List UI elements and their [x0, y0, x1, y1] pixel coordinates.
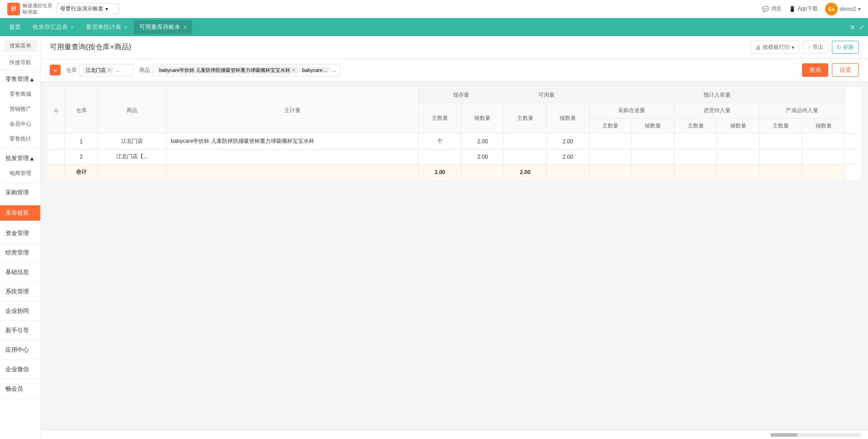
sidebar-item-finance-mgmt[interactable]: 资金管理: [0, 226, 40, 241]
cell-product: babycare学饮杯 儿童防摔防撞吸管杯重力球吸嘴杯宝宝水杯: [166, 134, 419, 149]
cell-available-main: 2.00: [547, 149, 589, 165]
tab-close-icon[interactable]: ✕: [183, 25, 187, 30]
summary-production-main: [760, 165, 802, 180]
summary-available-aux: [547, 165, 589, 180]
message-btn[interactable]: 💬 消息: [762, 5, 782, 13]
chevron-down-icon: ▾: [105, 6, 108, 12]
cell-gear: [48, 134, 65, 149]
col-product-header: 商品: [98, 88, 166, 134]
page-title: 可用量查询(按仓库+商品): [50, 42, 131, 52]
sidebar-section-basic-info: 基础信息: [0, 263, 40, 282]
logo-text: 畅捷通好生意 标准版: [23, 3, 52, 14]
cell-purchase-main: [632, 149, 674, 165]
product-filter-group: 商品 babycare学饮杯 儿童防摔防撞吸管杯重力球吸嘴杯宝宝水杯 ✕ bab…: [139, 64, 340, 76]
cell-production-main: [802, 134, 844, 149]
sidebar-item-retail-mall[interactable]: 零售商城: [0, 87, 40, 102]
filter-action-btns: 查询 设置: [802, 63, 859, 77]
export-icon: ↑: [808, 44, 811, 51]
filter-bar: » 仓库 江北门店 ✕ ... 商品 babycare学饮杯 儿童防摔防撞吸管杯…: [41, 59, 868, 82]
tab-order-stats[interactable]: 要货单统计表 ✕: [80, 20, 133, 34]
sidebar-section-guide: 新手引导: [0, 321, 40, 340]
export-btn[interactable]: ↑ 导出: [803, 41, 828, 54]
tab-close-icon[interactable]: ✕: [124, 25, 127, 30]
sidebar-item-retail-stats[interactable]: 零售统计: [0, 132, 40, 146]
sidebar-item-wechat[interactable]: 企业微信: [0, 362, 40, 377]
chevron-down-icon: ▾: [858, 6, 861, 12]
cell-production-aux: [845, 149, 861, 165]
product-input[interactable]: babycare学饮杯 儿童防摔防撞吸管杯重力球吸嘴杯宝宝水杯 ✕ babyca…: [153, 64, 340, 76]
col-forecast-group-header: 预计入库量: [589, 88, 845, 103]
col-unit-header: 主计量: [166, 88, 419, 134]
product-tag-2: babycare…: [300, 67, 330, 73]
sidebar-item-new-guide[interactable]: 新手引导: [0, 323, 40, 338]
product-more-btn[interactable]: ...: [332, 67, 336, 73]
product-tag-1: babycare学饮杯 儿童防摔防撞吸管杯重力球吸嘴杯宝宝水杯 ✕: [157, 66, 298, 74]
sidebar-section-vip: 畅会员: [0, 379, 40, 399]
warehouse-input[interactable]: 江北门店 ✕ ...: [80, 64, 134, 76]
cell-production-main: [802, 149, 844, 165]
cell-incoming-aux: [760, 149, 802, 165]
sidebar-item-wholesale-mgmt[interactable]: 批发管理 ▲: [0, 151, 40, 166]
logo-area: 好 畅捷通好生意 标准版: [7, 3, 52, 15]
tab-available-inventory[interactable]: 可用量库存账本 ✕: [134, 20, 192, 34]
tab-home[interactable]: 首页: [4, 20, 26, 34]
cell-unit: [419, 149, 461, 165]
cell-production-aux: [845, 134, 861, 149]
print-template-btn[interactable]: 🖨 按模板打印 ▾: [750, 41, 799, 54]
sidebar-item-operations-mgmt[interactable]: 经营管理: [0, 245, 40, 260]
top-bar-left: 好 畅捷通好生意 标准版 母婴行业演示账套 ▾: [7, 3, 119, 15]
col-stock-group-header: 现存量: [419, 88, 504, 103]
horizontal-scrollbar[interactable]: [770, 433, 861, 437]
search-menu-btn[interactable]: 搜索菜单: [4, 40, 37, 52]
refresh-icon: ↻: [837, 44, 841, 51]
sidebar-quick-nav[interactable]: 快捷导航: [0, 56, 40, 70]
message-icon: 💬: [762, 6, 769, 12]
sidebar-item-inventory-mgmt[interactable]: 库存核算: [0, 205, 40, 221]
summary-unit: [166, 165, 419, 180]
page-header: 可用量查询(按仓库+商品) 🖨 按模板打印 ▾ ↑ 导出 ↻ 刷新: [41, 36, 868, 59]
sidebar-item-app-center[interactable]: 应用中心: [0, 342, 40, 358]
app-download-btn[interactable]: 📱 App下载: [789, 5, 818, 13]
summary-product: [98, 165, 166, 180]
sidebar-item-system-mgmt[interactable]: 系统管理: [0, 284, 40, 299]
col-incoming-pending-header: 进货待入量: [675, 103, 760, 118]
cell-purchase-aux: [675, 134, 717, 149]
cell-incoming-aux: [760, 134, 802, 149]
warehouse-tag-remove[interactable]: ✕: [107, 67, 111, 73]
sidebar-item-ecommerce[interactable]: 电商管理: [0, 166, 40, 181]
sidebar-item-marketing[interactable]: 营销推广: [0, 102, 40, 117]
col-production-aux-header: 辅数量: [802, 118, 844, 134]
close-all-tabs-btn[interactable]: ✕: [849, 23, 855, 32]
sidebar-item-basic-info[interactable]: 基础信息: [0, 264, 40, 280]
tab-close-icon[interactable]: ✕: [71, 25, 74, 30]
sidebar-item-vip[interactable]: 畅会员: [0, 381, 40, 397]
tab-receivable-summary[interactable]: 收发存汇总表 ✕: [27, 20, 80, 34]
query-btn[interactable]: 查询: [802, 63, 828, 77]
cell-unit: 个: [419, 134, 461, 149]
table-settings-icon[interactable]: ⚙: [54, 108, 59, 114]
col-warehouse-header: 仓库: [65, 88, 98, 134]
settings-btn[interactable]: 设置: [832, 63, 859, 77]
chevron-icon: ▲: [29, 76, 35, 83]
summary-row: 合计 2.00 2.00: [48, 165, 861, 180]
summary-incoming-aux: [717, 165, 760, 180]
sidebar-item-enterprise[interactable]: 企业协同: [0, 303, 40, 319]
warehouse-more-btn[interactable]: ...: [115, 67, 120, 73]
sidebar-item-purchase-mgmt[interactable]: 采购管理: [0, 185, 40, 200]
col-available-group-header: 可用量: [504, 88, 590, 103]
sidebar-item-retail-mgmt[interactable]: 零售管理 ▲: [0, 71, 40, 87]
summary-incoming-main: [675, 165, 717, 180]
top-bar: 好 畅捷通好生意 标准版 母婴行业演示账套 ▾ 💬 消息 📱 App下载 Ea …: [0, 0, 868, 18]
filter-expand-btn[interactable]: »: [50, 65, 61, 76]
expand-btn[interactable]: ⤢: [859, 24, 864, 31]
sidebar-section-purchase: 采购管理: [0, 183, 40, 203]
main-layout: 搜索菜单 快捷导航 零售管理 ▲ 零售商城 营销推广 会员中心 零售统计 批发管…: [0, 36, 868, 439]
industry-selector[interactable]: 母婴行业演示账套 ▾: [56, 3, 119, 14]
user-profile-btn[interactable]: Ea demo2 ▾: [825, 3, 861, 15]
cell-stock-aux: [504, 134, 547, 149]
top-bar-right: 💬 消息 📱 App下载 Ea demo2 ▾: [762, 3, 861, 15]
cell-stock-main: 2.00: [461, 134, 504, 149]
refresh-btn[interactable]: ↻ 刷新: [832, 41, 859, 54]
sidebar-item-member-center[interactable]: 会员中心: [0, 117, 40, 132]
product-tag-1-remove[interactable]: ✕: [292, 67, 296, 73]
